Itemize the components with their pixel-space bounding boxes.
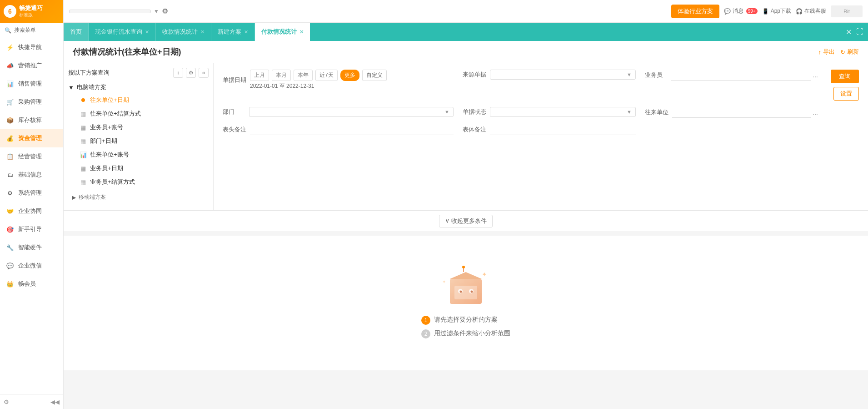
search-menu[interactable]: 🔍 搜索菜单 (0, 23, 63, 38)
salesman-dots-btn[interactable]: ... (813, 71, 818, 79)
tab-new-scheme-close[interactable]: ✕ (244, 29, 248, 35)
sidebar-item-operation[interactable]: 📋 经营管理 (0, 147, 63, 166)
sidebar-item-guide[interactable]: 🎯 新手引导 (0, 220, 63, 238)
vendor-input[interactable] (672, 107, 811, 118)
app-download-label: App下载 (771, 7, 791, 15)
message-btn[interactable]: 💬 消息 99+ (724, 7, 758, 15)
tabs-right-actions: ✕ ⛶ (841, 23, 868, 41)
tab-receivable-stats-close[interactable]: ✕ (200, 29, 205, 35)
date-btn-7days[interactable]: 近7天 (315, 70, 338, 81)
tab-fullscreen-icon[interactable]: ⛶ (856, 28, 863, 36)
filter-field-table-body-note: 表体备注 (463, 124, 636, 135)
sidebar-header: 6 畅捷通巧 标准版 (0, 0, 63, 23)
tab-payment-stats[interactable]: 付款情况统计 ✕ (255, 23, 310, 41)
scheme-item-active-icon (79, 96, 87, 104)
sidebar-item-basic[interactable]: 🗂 基础信息 (0, 166, 63, 184)
wechat-icon: 💬 (5, 261, 15, 270)
tab-payment-stats-close[interactable]: ✕ (299, 29, 304, 35)
collapse-more-btn[interactable]: ∧ 收起更多条件 (439, 215, 493, 227)
collapse-sidebar-icon[interactable]: ◀◀ (50, 399, 60, 405)
address-bar[interactable] (69, 10, 151, 13)
date-btn-more[interactable]: 更多 (340, 70, 359, 81)
table-body-note-input[interactable] (490, 124, 636, 135)
sidebar-item-marketing[interactable]: 📣 营销推广 (0, 56, 63, 75)
scheme-item-salesman-settle[interactable]: ▦ 业务员+结算方式 (68, 175, 209, 189)
quick-nav-icon: ⚡ (5, 43, 15, 52)
settings-bottom-icon[interactable]: ⚙ (4, 399, 9, 405)
scheme-group-mobile-header[interactable]: ▶ 移动端方案 (68, 192, 209, 203)
online-service-btn[interactable]: 🎧 在线客服 (796, 7, 826, 15)
sidebar-item-system[interactable]: ⚙ 系统管理 (0, 184, 63, 202)
tab-home[interactable]: 首页 (64, 23, 89, 41)
sidebar-item-purchase[interactable]: 🛒 采购管理 (0, 93, 63, 111)
source-doc-control: ▼ (490, 70, 636, 80)
filter-field-dept: 部门 ▼ (223, 107, 454, 117)
tab-close-all-icon[interactable]: ✕ (846, 28, 852, 36)
source-doc-label: 来源单据 (463, 71, 486, 79)
collapse-scheme-btn[interactable]: « (199, 68, 209, 78)
topbar-settings-icon[interactable]: ⚙ (162, 7, 168, 15)
sidebar-item-enterprise[interactable]: 🤝 企业协同 (0, 202, 63, 220)
table-header-note-control (250, 124, 454, 135)
add-scheme-btn[interactable]: ＋ (173, 68, 183, 78)
sidebar-item-label: 企业协同 (18, 207, 42, 215)
sidebar-item-capital[interactable]: 💰 资金管理 (0, 129, 63, 147)
date-btn-this-month[interactable]: 本月 (272, 70, 291, 81)
dept-select[interactable]: ▼ (249, 107, 454, 117)
industry-btn[interactable]: 体验行业方案 (671, 5, 719, 18)
vendor-dots-btn[interactable]: ... (813, 109, 818, 116)
table-header-note-label: 表头备注 (223, 126, 246, 134)
scheme-group-arrow: ▼ (68, 84, 74, 91)
source-doc-select[interactable]: ▼ (490, 70, 636, 80)
sidebar-item-sales[interactable]: 📊 销售管理 (0, 75, 63, 93)
refresh-btn[interactable]: ↻ 刷新 (840, 48, 859, 56)
vendor-control: ... (672, 107, 818, 118)
salesman-input[interactable] (671, 70, 811, 81)
sidebar-item-wechat[interactable]: 💬 企业微信 (0, 257, 63, 275)
scheme-item-vendor-date[interactable]: 往来单位+日期 (68, 93, 209, 107)
scheme-item-vendor-settle[interactable]: ▦ 往来单位+结算方式 (68, 107, 209, 121)
sales-icon: 📊 (5, 79, 15, 88)
date-btn-last-month[interactable]: 上月 (250, 70, 269, 81)
topbar-address: ▼ ⚙ (69, 7, 667, 15)
filter-actions: 查询 设置 (827, 70, 859, 101)
tab-receivable-stats[interactable]: 收款情况统计 ✕ (156, 23, 211, 41)
app-download-btn[interactable]: 📱 App下载 (762, 7, 791, 15)
sidebar-item-label: 资金管理 (18, 134, 42, 142)
filter-row-3: 表头备注 表体备注 (223, 124, 859, 135)
doc-status-select[interactable]: ▼ (490, 107, 636, 117)
sidebar-item-member[interactable]: 👑 畅会员 (0, 275, 63, 293)
sidebar-item-label: 基础信息 (18, 171, 42, 179)
scheme-item-dept-date[interactable]: ▦ 部门+日期 (68, 134, 209, 148)
filter-row-2: 部门 ▼ 单据状态 ▼ (223, 107, 859, 118)
export-btn[interactable]: ↑ 导出 (818, 48, 835, 56)
basic-icon: 🗂 (5, 170, 15, 179)
address-dropdown-icon[interactable]: ▼ (154, 8, 159, 15)
scheme-group-desktop-header[interactable]: ▼ 电脑端方案 (68, 81, 209, 93)
filter-settings-btn[interactable]: 设置 (833, 87, 859, 101)
filter-field-salesman: 业务员 ... (645, 70, 818, 81)
step-2-num: 2 (421, 329, 430, 338)
refresh-label: 刷新 (847, 48, 859, 56)
tab-new-scheme[interactable]: 新建方案 ✕ (211, 23, 255, 41)
sidebar-item-hardware[interactable]: 🔧 智能硬件 (0, 238, 63, 257)
tab-bank-flow[interactable]: 现金银行流水查询 ✕ (89, 23, 156, 41)
date-btn-this-year[interactable]: 本年 (294, 70, 313, 81)
empty-step-2: 2 用过滤条件来缩小分析范围 (421, 329, 510, 338)
filter-field-doc-status: 单据状态 ▼ (463, 107, 636, 117)
settings-scheme-btn[interactable]: ⚙ (186, 68, 196, 78)
scheme-item-vendor-account[interactable]: 📊 往来单位+账号 (68, 148, 209, 162)
table-header-note-input[interactable] (250, 124, 454, 135)
query-btn[interactable]: 查询 (831, 70, 859, 83)
user-avatar[interactable]: Rit (831, 5, 863, 17)
tab-bank-flow-close[interactable]: ✕ (145, 29, 149, 35)
sidebar-item-inventory[interactable]: 📦 库存核算 (0, 111, 63, 129)
scheme-item-salesman-date[interactable]: ▦ 业务员+日期 (68, 162, 209, 175)
date-btn-custom[interactable]: 自定义 (362, 70, 387, 81)
scheme-item-label: 业务员+日期 (90, 164, 123, 172)
sidebar-item-quick-nav[interactable]: ⚡ 快捷导航 (0, 38, 63, 56)
svg-text:✦: ✦ (482, 271, 487, 278)
scheme-item-salesman-account[interactable]: ▦ 业务员+账号 (68, 121, 209, 134)
sidebar-item-label: 库存核算 (18, 116, 42, 124)
scheme-item-label: 往来单位+账号 (90, 151, 129, 159)
